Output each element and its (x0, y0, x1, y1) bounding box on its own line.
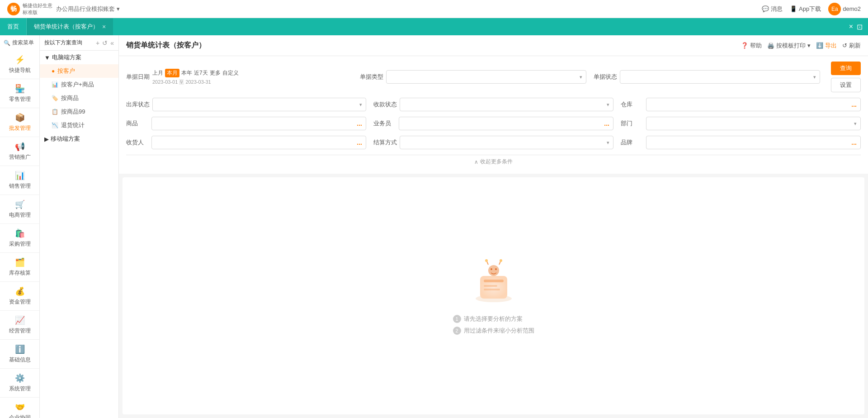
sidebar-item-retail[interactable]: 🏪 零售管理 (0, 79, 39, 108)
scheme-item-by-customer[interactable]: ● 按客户 (40, 64, 118, 78)
goods-more-icon[interactable]: ... (357, 120, 362, 127)
setting-button[interactable]: 设置 (831, 78, 861, 92)
print-button[interactable]: 🖨️ 按模板打印 ▾ (767, 42, 811, 50)
sidebar-item-sales[interactable]: 📊 销售管理 (0, 166, 39, 195)
order-status-select[interactable]: ▾ (620, 70, 820, 84)
page-header-actions: ❓ 帮助 🖨️ 按模板打印 ▾ ⬇️ 导出 ↺ 刷新 (741, 42, 861, 55)
scheme-item-by-goods99[interactable]: 📋 按商品99 (40, 105, 118, 119)
svg-rect-3 (484, 285, 497, 287)
receiver-label: 收货人 (126, 138, 149, 147)
sidebar-item-operations[interactable]: 📈 经营管理 (0, 311, 39, 340)
sidebar-item-wholesale[interactable]: 📦 批发管理 (0, 108, 39, 137)
user-menu[interactable]: Ea demo2 (828, 3, 861, 15)
scheme-item-return-stats[interactable]: 📉 退货统计 (40, 119, 118, 132)
goods-input[interactable]: ... (151, 117, 366, 130)
date-group: 上月 本月 本年 近7天 更多 自定义 2023-03-01 至 2023-03… (152, 69, 353, 86)
goods-label: 商品 (126, 119, 149, 128)
settlement-select[interactable]: ▾ (400, 136, 613, 149)
shortcut-this-year[interactable]: 本年 (181, 69, 192, 77)
app-title[interactable]: 办公用品行业模拟账套 ▾ (56, 5, 120, 13)
warehouse-more-icon[interactable]: ... (851, 101, 857, 108)
sidebar-item-enterprise[interactable]: 🤝 企业协同 (0, 398, 39, 418)
date-shortcuts: 上月 本月 本年 近7天 更多 自定义 (152, 69, 353, 77)
sidebar-item-inventory[interactable]: 🗂️ 库存核算 (0, 253, 39, 282)
receipt-status-dropdown-icon: ▾ (607, 102, 609, 108)
order-type-select[interactable]: ▾ (386, 70, 586, 84)
minimize-button[interactable]: × (849, 23, 853, 31)
scheme-return-icon: 📉 (52, 122, 58, 128)
sidebar-item-system[interactable]: ⚙️ 系统管理 (0, 369, 39, 398)
wholesale-icon: 📦 (15, 113, 25, 123)
scheme-refresh-button[interactable]: ↺ (102, 39, 108, 47)
out-status-select[interactable]: ▾ (152, 98, 366, 111)
salesperson-more-icon[interactable]: ... (604, 120, 609, 127)
collapse-icon: ∧ (474, 159, 478, 165)
message-button[interactable]: 💬 消息 (762, 5, 783, 13)
filter-out-status-item: 出库状态 ▾ (126, 98, 366, 111)
out-status-dropdown-icon: ▾ (359, 102, 362, 108)
department-select[interactable]: ▾ (646, 117, 861, 130)
header-left: 畅 畅捷信好生意 标准版 办公用品行业模拟账套 ▾ (7, 2, 120, 15)
filter-receipt-status-item: 收款状态 ▾ (373, 98, 613, 111)
warehouse-input[interactable]: ... (646, 98, 861, 111)
search-menu-item[interactable]: 🔍 搜索菜单 (0, 35, 39, 50)
scheme-collapse-button[interactable]: « (110, 39, 114, 47)
export-button[interactable]: ⬇️ 导出 (816, 42, 837, 50)
marketing-icon: 📢 (15, 142, 25, 152)
collapse-filter-button[interactable]: ∧ 收起更多条件 (126, 155, 861, 168)
sidebar-item-quick-nav[interactable]: ⚡ 快捷导航 (0, 50, 39, 79)
shortcut-last-7-days[interactable]: 近7天 (194, 69, 208, 77)
brand-more-icon[interactable]: ... (851, 139, 857, 146)
quick-nav-icon: ⚡ (15, 55, 25, 65)
scheme-header: 按以下方案查询 + ↺ « (40, 35, 118, 51)
svg-point-6 (491, 268, 492, 270)
out-status-label: 出库状态 (126, 100, 150, 109)
sidebar-item-purchase[interactable]: 🛍️ 采购管理 (0, 224, 39, 253)
filter-goods-item: 商品 ... (126, 117, 366, 130)
scheme-group-mobile-header[interactable]: ▶ 移动端方案 (40, 132, 118, 146)
scheme-add-button[interactable]: + (96, 39, 99, 47)
scheme-item-customer-goods[interactable]: 📊 按客户+商品 (40, 78, 118, 91)
operations-icon: 📈 (15, 315, 25, 325)
filter-brand-item: 品牌 ... (621, 136, 861, 149)
app-title-dropdown-icon[interactable]: ▾ (117, 5, 120, 12)
svg-rect-4 (484, 289, 500, 290)
tab-active[interactable]: 销货单统计表（按客户） × (27, 18, 113, 35)
query-button[interactable]: 查询 (831, 62, 861, 75)
shortcut-last-month[interactable]: 上月 (152, 69, 163, 77)
salesperson-input[interactable]: ... (399, 117, 613, 130)
tab-home[interactable]: 首页 (0, 18, 27, 35)
receipt-status-select[interactable]: ▾ (400, 98, 613, 111)
filter-order-type-item: 单据类型 ▾ (360, 70, 586, 84)
scheme-customer-goods-icon: 📊 (52, 81, 58, 88)
scheme-group-desktop-header[interactable]: ▼ 电脑端方案 (40, 51, 118, 64)
brand-input[interactable]: ... (646, 136, 861, 149)
refresh-button[interactable]: ↺ 刷新 (842, 42, 861, 50)
filter-date-item: 单据日期 上月 本月 本年 近7天 更多 自定义 2023-03-01 至 20… (126, 69, 353, 86)
logo-area: 畅 畅捷信好生意 标准版 (7, 2, 52, 15)
shortcut-more[interactable]: 更多 (210, 69, 221, 77)
receiver-input[interactable]: ... (151, 136, 366, 149)
sidebar-item-marketing[interactable]: 📢 营销推广 (0, 137, 39, 166)
sidebar-item-finance[interactable]: 💰 资金管理 (0, 282, 39, 311)
filter-salesperson-item: 业务员 ... (373, 117, 613, 130)
maximize-button[interactable]: ⊡ (857, 23, 863, 31)
tab-close-button[interactable]: × (102, 23, 106, 30)
svg-point-11 (500, 259, 502, 262)
order-type-label: 单据类型 (360, 73, 383, 81)
retail-icon: 🏪 (15, 84, 25, 94)
shortcut-custom[interactable]: 自定义 (222, 69, 239, 77)
receiver-more-icon[interactable]: ... (357, 139, 362, 146)
empty-tip-1: 1 请先选择要分析的方案 (453, 315, 534, 323)
sidebar-item-basic-info[interactable]: ℹ️ 基础信息 (0, 340, 39, 369)
svg-rect-2 (484, 280, 504, 282)
scheme-panel: 按以下方案查询 + ↺ « ▼ 电脑端方案 ● 按客户 📊 按客户+商品 🏷️ … (40, 35, 119, 418)
print-dropdown-icon[interactable]: ▾ (807, 42, 811, 49)
tab-bar: 首页 销货单统计表（按客户） × × ⊡ (0, 18, 868, 35)
help-icon: ❓ (741, 42, 748, 49)
app-download-button[interactable]: 📱 App下载 (790, 5, 821, 13)
help-button[interactable]: ❓ 帮助 (741, 42, 762, 50)
sidebar-item-ecommerce[interactable]: 🛒 电商管理 (0, 195, 39, 224)
shortcut-this-month[interactable]: 本月 (165, 69, 179, 77)
scheme-item-by-goods[interactable]: 🏷️ 按商品 (40, 91, 118, 105)
